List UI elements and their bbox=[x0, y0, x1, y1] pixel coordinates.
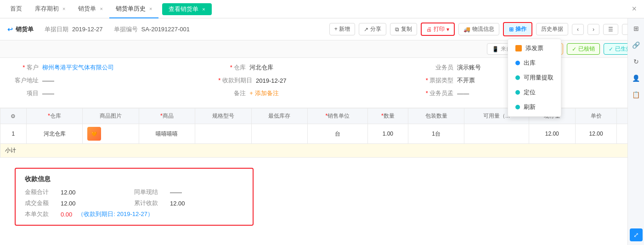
staff-label: 业务员 bbox=[426, 63, 453, 72]
project-value: —— bbox=[42, 90, 54, 97]
right-tool-grid[interactable]: ⊞ bbox=[630, 22, 643, 35]
summary-box: 收款信息 金额合计 12.00 同单现结 —— 成交金额 12.00 累计收款 … bbox=[15, 168, 254, 226]
add-invoice-label: 添发票 bbox=[525, 44, 543, 52]
out-warehouse-label: 出库 bbox=[524, 59, 536, 67]
tab-home[interactable]: 首页 bbox=[4, 0, 28, 18]
same-order-settle-label: 同单现结 bbox=[134, 188, 166, 196]
customer-value[interactable]: 柳州粤港平安气体有限公司 bbox=[42, 63, 114, 72]
refresh-icon bbox=[515, 105, 520, 109]
right-tool-link[interactable]: 🔗 bbox=[630, 39, 643, 51]
main-content: ↩ 销货单 单据日期 2019-12-27 单据编号 SA-20191227-0… bbox=[0, 18, 644, 245]
copy-button[interactable]: ⧉ 复制 bbox=[390, 23, 417, 35]
checked-label: 已核销 bbox=[578, 45, 595, 53]
add-invoice-item[interactable]: 添发票 bbox=[508, 41, 561, 56]
doc-date-meta: 单据日期 2019-12-27 bbox=[41, 25, 103, 34]
history-button[interactable]: 历史单据 bbox=[536, 23, 568, 35]
customer-field: 客户 柳州粤港平安气体有限公司 bbox=[11, 63, 218, 72]
window-close-button[interactable]: × bbox=[628, 4, 640, 14]
row-image: 🧡 bbox=[83, 124, 139, 144]
locate-icon bbox=[515, 90, 520, 95]
logistics-button[interactable]: 🚚 物流信息 bbox=[458, 23, 499, 35]
history-label: 历史单据 bbox=[541, 25, 563, 33]
tab-inventory-close[interactable]: × bbox=[62, 6, 65, 11]
view-list-button[interactable]: ☰ bbox=[603, 24, 618, 35]
right-toolbar: ⊞ 🔗 ↻ 👤 📋 ⤢ bbox=[627, 18, 644, 245]
row-pack-qty: 1台 bbox=[408, 124, 464, 144]
operations-button[interactable]: ⊞ 操作 bbox=[504, 23, 531, 35]
sales-staff-label: 业务员孟 bbox=[426, 89, 454, 97]
right-tool-user[interactable]: 👤 bbox=[630, 72, 643, 85]
col-image: 商品图片 bbox=[83, 108, 139, 124]
total-amount-row: 金额合计 12.00 bbox=[25, 188, 134, 196]
cumulative-receipt-value: 12.00 bbox=[170, 200, 185, 207]
due-date-value: 2019-12-27 bbox=[256, 77, 287, 84]
subtotal-label: 小计 bbox=[5, 147, 16, 154]
doc-title: ↩ 销货单 bbox=[7, 25, 34, 34]
transaction-amount-value: 12.00 bbox=[61, 200, 76, 207]
available-qty-item[interactable]: 可用量提取 bbox=[508, 70, 561, 85]
current-due-label: 本单欠款 bbox=[25, 210, 57, 218]
refresh-item[interactable]: 刷新 bbox=[508, 100, 561, 114]
tab-sales-history[interactable]: 销货单历史 × bbox=[109, 0, 158, 18]
date-value: 2019-12-27 bbox=[72, 26, 103, 33]
no-label: 单据编号 bbox=[110, 25, 138, 34]
add-note-text: + 添加备注 bbox=[249, 89, 278, 97]
col-unit: *销售单位 bbox=[308, 108, 368, 124]
effective-icon: ✓ bbox=[609, 46, 613, 52]
project-label: 项目 bbox=[11, 89, 39, 97]
tab-sales-order[interactable]: 销货单 × bbox=[72, 0, 109, 18]
summary-grid: 金额合计 12.00 同单现结 —— 成交金额 12.00 累计收款 12.00… bbox=[25, 188, 243, 218]
row-stock: 12.00 bbox=[529, 124, 575, 144]
refresh-label: 刷新 bbox=[524, 103, 536, 111]
nav-next-button[interactable]: › bbox=[588, 24, 599, 35]
locate-item[interactable]: 定位 bbox=[508, 85, 561, 100]
tab-sales-label: 销货单 bbox=[78, 5, 96, 13]
gear-icon: ⚙ bbox=[11, 113, 16, 120]
new-button[interactable]: + 新增 bbox=[329, 23, 355, 35]
checked-btn[interactable]: ✓ 已核销 bbox=[567, 43, 600, 55]
out-warehouse-item[interactable]: 出库 bbox=[508, 56, 561, 70]
tab-sales-close[interactable]: × bbox=[100, 6, 102, 11]
tab-view-sales[interactable]: 查看销货单 × bbox=[162, 3, 211, 15]
row-no: 1 bbox=[0, 124, 27, 144]
row-quantity: 1.00 bbox=[367, 124, 408, 144]
total-amount-value: 12.00 bbox=[61, 189, 76, 196]
tab-view-close[interactable]: × bbox=[202, 6, 205, 12]
current-due-row: 本单欠款 0.00 （收款到期日: 2019-12-27） bbox=[25, 210, 243, 218]
operations-highlight: ⊞ 操作 bbox=[503, 22, 532, 36]
tab-view-label: 查看销货单 bbox=[169, 5, 198, 13]
col-min-stock: 最低库存 bbox=[251, 108, 307, 124]
tab-inventory-init[interactable]: 库存期初 × bbox=[28, 0, 72, 18]
check-icon: ✓ bbox=[572, 46, 576, 52]
col-gear[interactable]: ⚙ bbox=[0, 108, 27, 124]
col-price: 单价 bbox=[575, 108, 617, 124]
tab-history-label: 销货单历史 bbox=[116, 5, 146, 13]
row-available bbox=[464, 124, 529, 144]
customer-label: 客户 bbox=[11, 63, 39, 72]
print-icon: 🖨 bbox=[426, 26, 432, 33]
right-tool-expand[interactable]: ⤢ bbox=[630, 228, 643, 241]
share-icon: ↗ bbox=[364, 26, 368, 33]
share-button[interactable]: ↗ 分享 bbox=[359, 23, 386, 35]
operations-label: 操作 bbox=[515, 25, 526, 33]
row-min-stock bbox=[251, 124, 307, 144]
col-spec: 规格型号 bbox=[195, 108, 251, 124]
print-button[interactable]: 🖨 打印 ▾ bbox=[421, 23, 455, 36]
date-label: 单据日期 bbox=[41, 25, 68, 34]
add-note-button[interactable]: + 添加备注 bbox=[249, 89, 278, 97]
out-warehouse-icon bbox=[515, 61, 520, 65]
right-tool-clipboard[interactable]: 📋 bbox=[630, 88, 643, 101]
nav-prev-button[interactable]: ‹ bbox=[572, 24, 584, 35]
tab-history-close[interactable]: × bbox=[149, 6, 152, 11]
share-label: 分享 bbox=[370, 25, 381, 33]
copy-label: 复制 bbox=[401, 25, 412, 33]
current-due-value: 0.00 bbox=[61, 211, 72, 218]
same-order-settle-row: 同单现结 —— bbox=[134, 188, 243, 196]
copy-icon: ⧉ bbox=[395, 26, 399, 33]
mobile-icon: 📱 bbox=[492, 46, 499, 52]
available-qty-icon bbox=[515, 75, 520, 80]
right-tool-refresh[interactable]: ↻ bbox=[630, 55, 643, 68]
sales-staff-value: —— bbox=[457, 90, 469, 97]
add-invoice-icon bbox=[515, 45, 522, 51]
row-warehouse: 河北仓库 bbox=[26, 124, 82, 144]
